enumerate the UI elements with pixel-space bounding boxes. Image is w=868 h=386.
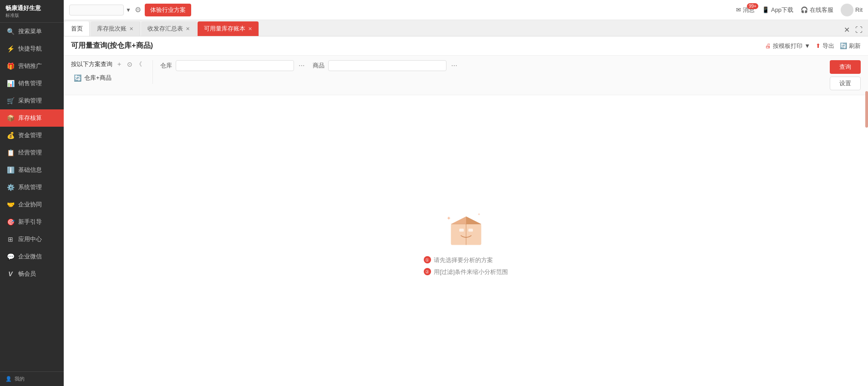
sidebar-item-label: 新手引导 <box>18 218 42 226</box>
collapse-filter-button[interactable]: 《 <box>136 60 142 68</box>
settings-scheme-button[interactable]: ⊙ <box>126 61 133 68</box>
tab-available-ledger-label: 可用量库存账本 <box>204 25 245 33</box>
money-icon: 💰 <box>6 132 15 139</box>
trial-button[interactable]: 体验行业方案 <box>145 4 191 16</box>
right-scroll-indicator[interactable] <box>865 91 868 128</box>
sidebar-item-corpwechat[interactable]: 💬 企业微信 <box>0 248 64 265</box>
sidebar-item-system[interactable]: ⚙️ 系统管理 <box>0 179 64 196</box>
phone-icon: 📱 <box>762 6 769 13</box>
tab-recv-summary-close[interactable]: ✕ <box>186 26 190 32</box>
sidebar: 畅康通好生意 标准版 🔍 搜索菜单 ⚡ 快捷导航 🎁 营销推广 📊 销售管理 🛒… <box>0 0 64 386</box>
tab-expand-button[interactable]: ⛶ <box>853 24 864 36</box>
chart-icon: 📊 <box>6 80 15 87</box>
online-service-button[interactable]: 🎧 在线客服 <box>801 6 833 14</box>
sidebar-item-marketing[interactable]: 🎁 营销推广 <box>0 57 64 75</box>
sidebar-item-sales[interactable]: 📊 销售管理 <box>0 75 64 92</box>
sidebar-item-appcenter[interactable]: ⊞ 应用中心 <box>0 231 64 248</box>
sidebar-item-fund[interactable]: 💰 资金管理 <box>0 127 64 144</box>
user-area[interactable]: Rit <box>841 4 863 16</box>
goods-input[interactable] <box>328 60 447 71</box>
gift-icon: 🎁 <box>6 62 15 70</box>
tab-recv-summary-label: 收发存汇总表 <box>147 25 183 33</box>
sidebar-item-label: 营销推广 <box>18 62 42 70</box>
export-icon: ⬆ <box>816 42 821 49</box>
warehouse-input[interactable] <box>176 60 294 71</box>
sidebar-item-shortcut[interactable]: ⚡ 快捷导航 <box>0 40 64 57</box>
wechat-icon: 💬 <box>6 253 15 260</box>
sidebar-logo: 畅康通好生意 标准版 <box>0 0 64 23</box>
filter-row-1: 仓库 ··· 商品 ··· <box>160 60 822 71</box>
refresh-button[interactable]: 🔄 刷新 <box>840 42 861 50</box>
sidebar-item-inventory[interactable]: 📦 库存核算 <box>0 109 64 127</box>
refresh-icon: 🔄 <box>840 42 847 49</box>
filter-actions: 查询 设置 <box>830 60 861 90</box>
tab-batch-ledger[interactable]: 库存批次账 ✕ <box>91 21 140 36</box>
filter-panel: 按以下方案查询 ＋ ⊙ 《 🔄 仓库+商品 仓库 ··· <box>64 56 868 95</box>
tab-close-all-button[interactable]: ✕ <box>842 24 852 36</box>
sidebar-item-label: 应用中心 <box>18 235 42 243</box>
header-right: ✉ 消息 99+ 📱 App下载 🎧 在线客服 Rit <box>736 4 863 16</box>
filter-scheme-panel: 按以下方案查询 ＋ ⊙ 《 🔄 仓库+商品 <box>71 60 153 84</box>
svg-rect-5 <box>459 229 464 232</box>
warehouse-label: 仓库 <box>160 62 172 70</box>
goods-label: 商品 <box>313 62 325 70</box>
sidebar-item-guide[interactable]: 🎯 新手引导 <box>0 213 64 231</box>
sidebar-item-label: 经营管理 <box>18 149 42 157</box>
sidebar-item-basicinfo[interactable]: ℹ️ 基础信息 <box>0 161 64 179</box>
app-download-button[interactable]: 📱 App下载 <box>762 6 793 14</box>
filter-scheme-label: 按以下方案查询 <box>71 60 112 68</box>
filter-settings-button[interactable]: 设置 <box>830 77 861 90</box>
sidebar-item-purchase[interactable]: 🛒 采购管理 <box>0 92 64 109</box>
handshake-icon: 🤝 <box>6 201 15 208</box>
warehouse-more-button[interactable]: ··· <box>298 62 305 70</box>
scheme-item-label: 仓库+商品 <box>84 74 112 82</box>
sidebar-item-corp-collab[interactable]: 🤝 企业协同 <box>0 196 64 213</box>
grid-icon: ⊞ <box>6 236 15 243</box>
page-content: 可用量查询(按仓库+商品) 🖨 按模板打印 ▼ ⬆ 导出 🔄 刷新 <box>64 36 868 386</box>
lightning-icon: ⚡ <box>6 45 15 52</box>
sidebar-item-label: 搜索菜单 <box>18 27 42 36</box>
top-header: ▼ ⚙ 体验行业方案 ✉ 消息 99+ 📱 App下载 🎧 在线客服 Rit <box>64 0 868 20</box>
sidebar-item-label: 系统管理 <box>18 183 42 191</box>
app-name: 畅康通好生意 <box>5 5 58 12</box>
goods-more-button[interactable]: ··· <box>450 62 458 70</box>
main-area: ▼ ⚙ 体验行业方案 ✉ 消息 99+ 📱 App下载 🎧 在线客服 Rit <box>64 0 868 386</box>
print-dropdown-icon: ▼ <box>804 42 810 49</box>
add-scheme-button[interactable]: ＋ <box>115 60 123 68</box>
footer-icon: 👤 <box>5 376 12 382</box>
tab-available-ledger-close[interactable]: ✕ <box>248 26 252 32</box>
svg-text:✦: ✦ <box>477 212 481 216</box>
svg-text:✦: ✦ <box>446 215 451 221</box>
sidebar-item-label: 畅会员 <box>18 270 36 278</box>
export-button[interactable]: ⬆ 导出 <box>816 42 834 50</box>
tab-recv-summary[interactable]: 收发存汇总表 ✕ <box>141 21 197 36</box>
print-button[interactable]: 🖨 按模板打印 ▼ <box>765 42 810 50</box>
tab-available-ledger[interactable]: 可用量库存账本 ✕ <box>198 21 259 36</box>
tab-home[interactable]: 首页 <box>65 21 90 36</box>
header-dropdown-btn[interactable]: ▼ <box>126 7 131 13</box>
search-icon: 🔍 <box>6 28 15 35</box>
box-icon: 📦 <box>6 114 15 122</box>
empty-tips: ① 请先选择要分析的方案 ② 用[过滤]条件来缩小分析范围 <box>424 256 508 276</box>
cart-icon: 🛒 <box>6 97 15 104</box>
export-label: 导出 <box>822 42 834 50</box>
sidebar-item-label: 资金管理 <box>18 131 42 139</box>
sidebar-item-vip[interactable]: V 畅会员 <box>0 265 64 283</box>
sidebar-item-search[interactable]: 🔍 搜索菜单 <box>0 23 64 40</box>
refresh-label: 刷新 <box>849 42 861 50</box>
header-gear-icon[interactable]: ⚙ <box>135 5 141 14</box>
print-icon: 🖨 <box>765 42 771 49</box>
header-search-area: ▼ <box>69 5 131 15</box>
query-button[interactable]: 查询 <box>830 60 861 74</box>
scheme-item-warehouse-goods[interactable]: 🔄 仓库+商品 <box>71 72 147 84</box>
tab-batch-ledger-close[interactable]: ✕ <box>129 26 133 32</box>
svg-rect-6 <box>468 229 473 232</box>
version-badge: 标准版 <box>5 12 58 19</box>
header-search-input[interactable] <box>69 5 124 15</box>
message-button[interactable]: ✉ 消息 99+ <box>736 6 755 14</box>
tab-batch-ledger-label: 库存批次账 <box>97 25 127 33</box>
filter-fields: 仓库 ··· 商品 ··· <box>160 60 822 71</box>
page-title: 可用量查询(按仓库+商品) <box>71 41 153 51</box>
sidebar-item-ops[interactable]: 📋 经营管理 <box>0 144 64 161</box>
sidebar-scroll: 🔍 搜索菜单 ⚡ 快捷导航 🎁 营销推广 📊 销售管理 🛒 采购管理 📦 库存核… <box>0 23 64 371</box>
